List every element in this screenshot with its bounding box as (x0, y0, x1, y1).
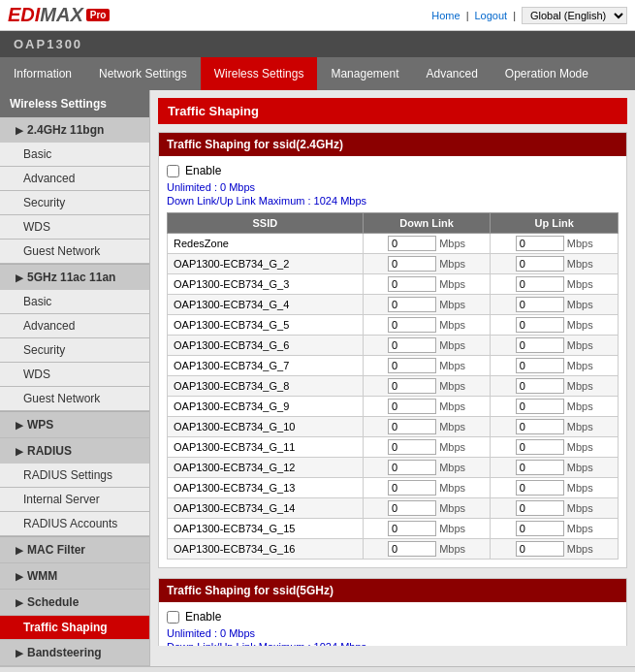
uplink-input[interactable] (516, 480, 564, 496)
mbps-label: Mbps (439, 238, 465, 249)
downlink-input[interactable] (388, 399, 436, 414)
sidebar-item-wds-5[interactable]: WDS (0, 363, 149, 387)
uplink-input[interactable] (516, 521, 564, 536)
nav-wireless-settings[interactable]: Wireless Settings (201, 57, 318, 90)
logout-link[interactable]: Logout (474, 10, 507, 21)
uplink-input[interactable] (516, 378, 564, 394)
sidebar-wmm[interactable]: ▶ WMM (0, 563, 149, 590)
arrow-icon-wps: ▶ (16, 420, 23, 431)
sidebar-item-basic-24[interactable]: Basic (0, 143, 149, 167)
nav-network-settings[interactable]: Network Settings (85, 57, 201, 90)
uplink-input[interactable] (516, 399, 564, 414)
table-row: OAP1300-ECB734_G_7 Mbps Mbps (168, 356, 619, 376)
sidebar-group-5ghz: ▶ 5GHz 11ac 11an Basic Advanced Security… (0, 265, 149, 412)
sidebar-traffic-shaping[interactable]: Traffic Shaping (0, 616, 149, 640)
uplink-input[interactable] (516, 236, 564, 251)
sidebar-item-basic-5[interactable]: Basic (0, 290, 149, 314)
downlink-input[interactable] (388, 297, 436, 312)
downlink-cell: Mbps (363, 458, 491, 478)
nav-information[interactable]: Information (0, 57, 85, 90)
sidebar-item-radius-accounts[interactable]: RADIUS Accounts (0, 512, 149, 536)
downlink-input[interactable] (388, 276, 436, 292)
home-link[interactable]: Home (431, 10, 460, 21)
downlink-input[interactable] (388, 439, 436, 455)
uplink-input[interactable] (516, 276, 564, 292)
scrollable-content[interactable]: Traffic Shaping for ssid(2.4GHz) Enable … (158, 132, 627, 646)
downlink-input[interactable] (388, 419, 436, 434)
sidebar-schedule[interactable]: ▶ Schedule (0, 590, 149, 616)
downlink-cell: Mbps (363, 336, 491, 356)
table-row: OAP1300-ECB734_G_15 Mbps Mbps (168, 519, 619, 539)
downlink-input[interactable] (388, 236, 436, 251)
enable-checkbox-24[interactable] (167, 165, 179, 177)
sidebar-wps[interactable]: ▶ WPS (0, 412, 149, 438)
downlink-input[interactable] (388, 256, 436, 272)
downlink-cell: Mbps (363, 417, 491, 437)
col-ssid-24: SSID (168, 213, 364, 234)
uplink-cell: Mbps (491, 498, 619, 519)
uplink-input[interactable] (516, 419, 564, 434)
mbps-label: Mbps (567, 543, 593, 555)
sidebar-item-guestnetwork-5[interactable]: Guest Network (0, 387, 149, 411)
sidebar-item-internal-server[interactable]: Internal Server (0, 488, 149, 512)
downlink-input[interactable] (388, 378, 436, 394)
downlink-input[interactable] (388, 521, 436, 536)
enable-row-5: Enable (167, 610, 619, 624)
language-select[interactable]: Global (English) (522, 7, 627, 24)
sidebar-item-advanced-24[interactable]: Advanced (0, 167, 149, 191)
arrow-icon-mac: ▶ (16, 545, 23, 556)
sidebar-mac-filter[interactable]: ▶ MAC Filter (0, 537, 149, 563)
uplink-input[interactable] (516, 439, 564, 455)
mbps-label: Mbps (439, 421, 465, 432)
downlink-input[interactable] (388, 541, 436, 557)
sidebar-item-security-5[interactable]: Security (0, 338, 149, 363)
sidebar-item-radius-settings[interactable]: RADIUS Settings (0, 464, 149, 488)
ssid-cell: OAP1300-ECB734_G_11 (168, 437, 364, 458)
pro-badge: Pro (86, 9, 111, 21)
ssid-cell: OAP1300-ECB734_G_6 (168, 336, 364, 356)
uplink-input[interactable] (516, 358, 564, 373)
uplink-input[interactable] (516, 541, 564, 557)
downlink-input[interactable] (388, 460, 436, 475)
table-row: OAP1300-ECB734_G_3 Mbps Mbps (168, 274, 619, 295)
sidebar-item-guestnetwork-24[interactable]: Guest Network (0, 240, 149, 264)
uplink-input[interactable] (516, 460, 564, 475)
mbps-label: Mbps (567, 380, 593, 392)
uplink-input[interactable] (516, 317, 564, 333)
mbps-label: Mbps (439, 502, 465, 514)
uplink-cell: Mbps (491, 254, 619, 274)
ssid-cell: OAP1300-ECB734_G_13 (168, 478, 364, 498)
downlink-input[interactable] (388, 480, 436, 496)
mbps-label: Mbps (439, 278, 465, 290)
sidebar-bandsteering[interactable]: ▶ Bandsteering (0, 640, 149, 666)
uplink-cell: Mbps (491, 356, 619, 376)
downlink-cell: Mbps (363, 356, 491, 376)
sidebar-group-24ghz-header[interactable]: ▶ 2.4GHz 11bgn (0, 117, 149, 143)
mbps-label: Mbps (439, 462, 465, 473)
downlink-input[interactable] (388, 337, 436, 353)
enable-checkbox-5[interactable] (167, 611, 179, 624)
sidebar-item-security-24[interactable]: Security (0, 191, 149, 215)
uplink-input[interactable] (516, 337, 564, 353)
sidebar-radius-header[interactable]: ▶ RADIUS (0, 438, 149, 464)
nav-operation-mode[interactable]: Operation Mode (492, 57, 602, 90)
downlink-input[interactable] (388, 500, 436, 516)
sidebar-item-wds-24[interactable]: WDS (0, 215, 149, 240)
table-row: OAP1300-ECB734_G_8 Mbps Mbps (168, 376, 619, 397)
downlink-input[interactable] (388, 317, 436, 333)
uplink-input[interactable] (516, 500, 564, 516)
mbps-label: Mbps (439, 441, 465, 453)
uplink-input[interactable] (516, 297, 564, 312)
ssid-cell: OAP1300-ECB734_G_16 (168, 539, 364, 560)
mbps-label: Mbps (567, 258, 593, 270)
ssid-cell: OAP1300-ECB734_G_14 (168, 498, 364, 519)
nav-advanced[interactable]: Advanced (412, 57, 491, 90)
arrow-icon-radius: ▶ (16, 446, 23, 457)
uplink-input[interactable] (516, 256, 564, 272)
downlink-input[interactable] (388, 358, 436, 373)
nav-management[interactable]: Management (317, 57, 412, 90)
logo: EDIMAX Pro (8, 4, 110, 26)
sidebar-group-5ghz-header[interactable]: ▶ 5GHz 11ac 11an (0, 265, 149, 290)
sidebar-item-advanced-5[interactable]: Advanced (0, 314, 149, 338)
mbps-label: Mbps (567, 299, 593, 310)
